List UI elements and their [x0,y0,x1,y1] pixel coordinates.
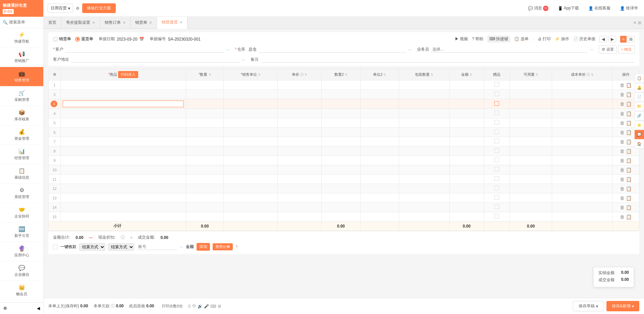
sidebar-item-quicknav[interactable]: ⚡ 快捷导航 [0,28,43,48]
unit-price-cell[interactable] [278,90,322,99]
copy-icon[interactable]: 📋 [626,177,632,182]
gift-checkbox[interactable] [494,195,499,200]
delete-icon[interactable]: 🗑 [620,111,625,116]
tab-close-icon[interactable]: ✕ [123,21,125,24]
pack-qty-cell[interactable] [399,90,450,99]
sales-unit-cell[interactable] [224,80,278,90]
message-btn[interactable]: 💬 消息 70 [526,4,550,12]
fee-split-btn[interactable]: 费用分摊 [213,243,233,250]
qty2-cell[interactable] [322,99,360,109]
float-btn-3[interactable]: 📄 [635,92,644,102]
sales-unit-cell[interactable] [224,99,278,109]
delete-icon[interactable]: 🗑 [620,148,625,154]
unit2-cell[interactable] [360,90,399,99]
shortcut-btn[interactable]: ⌨ 快捷键 [487,36,510,43]
float-btn-7[interactable]: 💬 [635,130,644,139]
customer-select-btn[interactable]: ··· [226,47,229,52]
copy-icon[interactable]: 📋 [626,148,632,154]
calendar-icon[interactable]: 📅 [139,37,144,42]
radio-sales[interactable]: 销货单 [53,36,71,42]
settlement-select[interactable]: 结算方式 [79,243,105,251]
select-btn[interactable]: 📋 选单 [514,36,528,42]
delete-icon[interactable]: 🗑 [620,82,625,88]
address-input[interactable] [71,56,240,63]
sidebar-item-marketing[interactable]: 📢 营销推广 [0,48,43,67]
float-btn-4[interactable]: 📁 [635,102,644,111]
unit2-cell[interactable] [360,99,399,109]
radio-return[interactable]: 退货单 [75,36,93,42]
unit-price-cell[interactable] [278,99,322,109]
one-click-checkbox[interactable] [53,245,58,249]
scan-btn[interactable]: 扫码录入 [118,71,138,78]
sidebar-item-inventory[interactable]: 📦 库存核算 [0,106,43,125]
calc-select[interactable]: 结算方式 [108,243,134,251]
tab-close-icon[interactable]: ✕ [149,21,152,24]
unit2-cell[interactable] [360,80,399,90]
warehouse-input[interactable] [259,46,406,53]
expand-icon[interactable]: ⊞ [638,20,641,25]
float-btn-8[interactable]: 🏠 [635,139,644,148]
tab-close-icon[interactable]: ✕ [92,21,95,24]
gift-checkbox[interactable] [494,214,499,218]
delete-icon[interactable]: 🗑 [620,120,625,126]
salesperson-select-btn[interactable]: ··· [590,47,593,52]
bottom-icon-4[interactable]: 🎤 [204,304,209,309]
tab-sales[interactable]: 销货单 ✕ [130,17,157,29]
cost-price-cell[interactable] [552,90,612,99]
tab-return[interactable]: 销货退货 ✕ [157,17,187,29]
delete-icon[interactable]: 🗑 [620,186,625,191]
gift-checkbox[interactable] [494,91,499,96]
user-avatar[interactable]: 👤 徐泽华 [618,4,640,12]
product-input[interactable] [63,101,184,107]
discount-help-icon[interactable]: ⓘ [121,235,125,240]
settings-icon[interactable]: ⚙ [76,6,79,11]
delete-icon[interactable]: 🗑 [620,139,625,144]
gift-checkbox[interactable] [494,139,499,143]
history-btn[interactable]: 📄 历史单据 [573,36,595,42]
quantity-cell[interactable] [186,99,224,109]
tab-home[interactable]: 首页 [44,17,61,29]
th-settings[interactable]: ⚙ [49,69,61,80]
delete-icon[interactable]: 🗑 [620,92,625,97]
experience-btn[interactable]: 体验行业方案 [82,3,116,13]
copy-icon[interactable]: 📋 [626,214,632,219]
online-service-btn[interactable]: 👤 在线客服 [586,4,612,12]
settings-icon[interactable]: ⚙ [3,306,7,311]
delete-icon[interactable]: 🗑 [620,205,625,210]
gift-checkbox[interactable] [494,82,499,87]
add-row-btn[interactable]: + [51,101,57,107]
next-page-btn[interactable]: ▶ [608,36,616,43]
quantity-cell[interactable] [186,80,224,90]
gift-checkbox[interactable] [494,176,499,181]
sidebar-item-wechat[interactable]: 💬 企业微信 [0,261,43,281]
operation-btn[interactable]: ⚡ 操作 [555,36,569,42]
available-cell[interactable] [510,90,552,99]
account-select-btn[interactable]: ··· [180,245,183,249]
gift-checkbox[interactable] [494,129,499,134]
bottom-icon-6[interactable]: 🖥 [217,304,221,309]
delete-icon[interactable]: 🗑 [620,158,625,163]
amount-cell[interactable] [449,99,484,109]
sidebar-item-member[interactable]: 👑 畅会员 [0,281,43,300]
tab-price-extract[interactable]: 售价提取设置 ✕ [61,17,100,29]
bottom-icon-3[interactable]: 🔊 [198,304,203,309]
sidebar-item-system[interactable]: ⚙ 系统管理 [0,184,43,203]
grid-view-btn[interactable]: ⊞ [627,36,635,43]
prev-page-btn[interactable]: ◀ [599,36,607,43]
gift-checkbox[interactable] [494,111,499,115]
search-menu[interactable]: 🔍 搜索菜单 [0,17,43,28]
close-tab-icon[interactable]: ✕ [633,20,637,25]
collapse-icon[interactable]: ◀ [37,306,40,311]
remark-input[interactable] [261,56,635,63]
product-input-cell[interactable] [61,99,186,109]
salesperson-input[interactable] [431,46,588,53]
sidebar-item-basic[interactable]: 📋 基础信息 [0,164,43,184]
copy-icon[interactable]: 📋 [626,111,632,116]
float-btn-2[interactable]: 🔔 [635,83,644,92]
address-select-btn[interactable]: ··· [242,57,245,62]
available-cell[interactable] [510,80,552,90]
save-new-btn[interactable]: 保存&新增 ▾ [606,301,639,311]
list-view-btn[interactable]: ≡ [620,36,627,43]
gift-checkbox[interactable] [494,101,499,106]
fee-help-icon[interactable]: ? [235,245,238,249]
